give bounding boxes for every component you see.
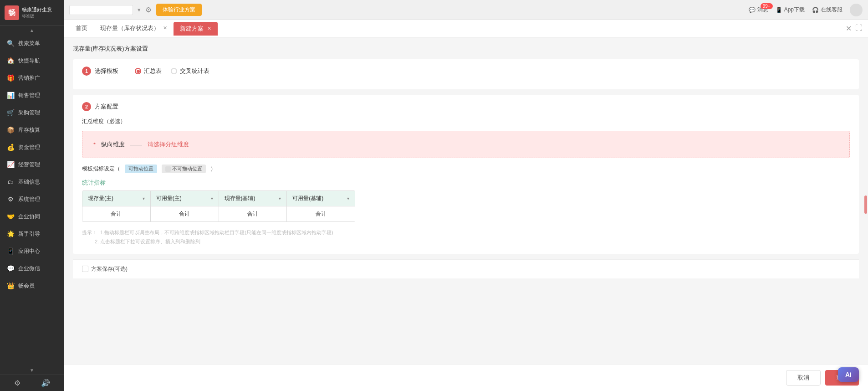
online-service-badge[interactable]: 🎧 在线客服 bbox=[812, 6, 842, 14]
step2-section: 2 方案配置 汇总维度（必选） * 纵向维度 —— 请选择分组维度 模板指标设定… bbox=[73, 95, 859, 254]
step2-title: 方案配置 bbox=[95, 103, 118, 111]
app-download-badge[interactable]: 📱 App下载 bbox=[776, 6, 805, 14]
tab-new-plan[interactable]: 新建方案 ✕ bbox=[174, 22, 218, 36]
sidebar-item-guide[interactable]: 🌟 新手引导 bbox=[0, 225, 64, 242]
col-header-0[interactable]: 现存量(主) ▾ bbox=[82, 191, 151, 206]
content-area: 现存量(库存状况表)方案设置 1 选择模板 汇总表 交叉统计表 bbox=[64, 37, 868, 364]
sidebar-item-marketing[interactable]: 🎁 营销推广 bbox=[0, 69, 64, 87]
step1-title: 选择模板 bbox=[95, 67, 118, 75]
topbar-search-input[interactable] bbox=[69, 5, 133, 15]
step1-section: 1 选择模板 汇总表 交叉统计表 bbox=[73, 59, 859, 89]
save-checkbox[interactable] bbox=[82, 266, 88, 272]
sidebar-item-system[interactable]: ⚙ 系统管理 bbox=[0, 190, 64, 208]
sidebar-scroll-up[interactable]: ▲ bbox=[0, 26, 64, 35]
step2-number: 2 bbox=[82, 102, 91, 111]
col-chevron-0[interactable]: ▾ bbox=[143, 196, 145, 201]
step1-header: 1 选择模板 汇总表 交叉统计表 bbox=[82, 67, 850, 76]
finance-icon: 💰 bbox=[6, 143, 15, 151]
marketing-icon: 🎁 bbox=[6, 74, 15, 82]
tab-inventory-status[interactable]: 现存量（库存状况表） ✕ bbox=[94, 21, 174, 37]
operations-icon: 📈 bbox=[6, 160, 15, 169]
topbar-dropdown-icon[interactable]: ▾ bbox=[138, 6, 141, 13]
radio-summary-table[interactable]: 汇总表 bbox=[135, 67, 162, 75]
radio-cross-btn[interactable] bbox=[171, 68, 177, 74]
sidebar-logo: 畅 畅康通好生意 标准版 bbox=[0, 0, 64, 26]
cell-0-0: 合计 bbox=[82, 206, 151, 221]
sidebar-item-wechat[interactable]: 💬 企业微信 bbox=[0, 260, 64, 277]
message-count: 99+ bbox=[761, 3, 773, 9]
sidebar: 畅 畅康通好生意 标准版 ▲ 🔍 搜索菜单 🏠 快捷导航 🎁 营销推广 📊 销售… bbox=[0, 0, 64, 391]
tabbar: 首页 现存量（库存状况表） ✕ 新建方案 ✕ ✕ ⛶ bbox=[64, 20, 868, 37]
sidebar-nav: 🔍 搜索菜单 🏠 快捷导航 🎁 营销推广 📊 销售管理 🛒 采购管理 📦 库存核… bbox=[0, 35, 64, 366]
sidebar-item-purchase[interactable]: 🛒 采购管理 bbox=[0, 104, 64, 121]
tab-inventory-close-icon[interactable]: ✕ bbox=[163, 25, 167, 31]
member-icon: 👑 bbox=[6, 282, 15, 290]
sales-icon: 📊 bbox=[6, 91, 15, 99]
purchase-icon: 🛒 bbox=[6, 108, 15, 117]
tab-maximize-icon[interactable]: ⛶ bbox=[855, 24, 863, 33]
app-version: 标准版 bbox=[22, 13, 52, 19]
sidebar-item-search[interactable]: 🔍 搜索菜单 bbox=[0, 35, 64, 52]
non-draggable-indicator bbox=[165, 166, 171, 172]
aggregation-label: 汇总维度（必选） bbox=[82, 118, 850, 125]
home-icon: 🏠 bbox=[6, 57, 15, 65]
dimension-select-placeholder[interactable]: 请选择分组维度 bbox=[148, 140, 189, 149]
cell-0-3: 合计 bbox=[287, 206, 355, 221]
step2-header: 2 方案配置 bbox=[82, 102, 850, 111]
radio-cross-table[interactable]: 交叉统计表 bbox=[171, 67, 209, 75]
scroll-indicator bbox=[864, 196, 867, 214]
app-name: 畅康通好生意 bbox=[22, 6, 52, 13]
col-chevron-3[interactable]: ▾ bbox=[347, 196, 349, 201]
ai-button[interactable]: Ai bbox=[838, 367, 859, 382]
tab-new-close-icon[interactable]: ✕ bbox=[207, 26, 211, 31]
trial-button[interactable]: 体验行业方案 bbox=[156, 4, 202, 16]
sidebar-bottom: ⚙ 🔊 bbox=[0, 375, 64, 391]
radio-summary-btn[interactable] bbox=[135, 68, 141, 74]
system-icon: ⚙ bbox=[6, 195, 15, 203]
message-badge[interactable]: 💬 消息 99+ bbox=[749, 6, 768, 14]
col-chevron-2[interactable]: ▾ bbox=[279, 196, 281, 201]
sidebar-item-base-info[interactable]: 🗂 基础信息 bbox=[0, 173, 64, 190]
topbar-right: 💬 消息 99+ 📱 App下载 🎧 在线客服 bbox=[749, 4, 863, 16]
stats-section-title: 统计指标 bbox=[82, 179, 850, 187]
volume-icon[interactable]: 🔊 bbox=[41, 379, 50, 387]
col-header-2[interactable]: 现存量(基辅) ▾ bbox=[219, 191, 287, 206]
main-area: ▾ ⚙ 体验行业方案 💬 消息 99+ 📱 App下载 🎧 在线客服 首页 bbox=[64, 0, 868, 391]
save-checkbox-area: 方案保存(可选) bbox=[73, 259, 859, 278]
collab-icon: 🤝 bbox=[6, 212, 15, 221]
sidebar-item-finance[interactable]: 💰 资金管理 bbox=[0, 139, 64, 156]
baseinfo-icon: 🗂 bbox=[6, 178, 15, 186]
sidebar-item-member[interactable]: 👑 畅会员 bbox=[0, 277, 64, 294]
tab-close-window-icon[interactable]: ✕ bbox=[846, 24, 852, 33]
cell-0-2: 合计 bbox=[219, 206, 287, 221]
tab-home[interactable]: 首页 bbox=[69, 21, 94, 37]
headset-icon: 🎧 bbox=[812, 7, 819, 13]
sidebar-item-operations[interactable]: 📈 经营管理 bbox=[0, 156, 64, 173]
dimension-area[interactable]: * 纵向维度 —— 请选择分组维度 bbox=[82, 131, 850, 158]
sidebar-item-quicknav[interactable]: 🏠 快捷导航 bbox=[0, 52, 64, 69]
page-title: 现存量(库存状况表)方案设置 bbox=[73, 45, 859, 53]
app-logo-icon: 畅 bbox=[5, 5, 19, 20]
appstore-icon: 📱 bbox=[6, 247, 15, 255]
sidebar-item-sales[interactable]: 📊 销售管理 bbox=[0, 87, 64, 104]
sidebar-item-appstore[interactable]: 📱 应用中心 bbox=[0, 242, 64, 260]
sidebar-scroll-down[interactable]: ▼ bbox=[0, 366, 64, 375]
step1-number: 1 bbox=[82, 67, 91, 76]
message-icon: 💬 bbox=[749, 7, 756, 13]
col-header-1[interactable]: 可用量(主) ▾ bbox=[151, 191, 219, 206]
col-header-3[interactable]: 可用量(基辅) ▾ bbox=[287, 191, 355, 206]
sidebar-item-collab[interactable]: 🤝 企业协同 bbox=[0, 208, 64, 225]
footer: 取消 查询 bbox=[64, 364, 868, 391]
settings-icon[interactable]: ⚙ bbox=[14, 379, 20, 387]
inventory-icon: 📦 bbox=[6, 126, 15, 134]
sidebar-item-inventory[interactable]: 📦 库存核算 bbox=[0, 121, 64, 139]
topbar-gear-icon[interactable]: ⚙ bbox=[145, 5, 152, 14]
cell-0-1: 合计 bbox=[151, 206, 219, 221]
cancel-button[interactable]: 取消 bbox=[786, 370, 821, 386]
search-icon: 🔍 bbox=[6, 39, 15, 47]
dimension-dash: —— bbox=[130, 141, 142, 148]
topbar: ▾ ⚙ 体验行业方案 💬 消息 99+ 📱 App下载 🎧 在线客服 bbox=[64, 0, 868, 20]
user-avatar[interactable] bbox=[850, 4, 863, 16]
dimension-vertical-label: 纵向维度 bbox=[101, 140, 125, 149]
col-chevron-1[interactable]: ▾ bbox=[211, 196, 213, 201]
